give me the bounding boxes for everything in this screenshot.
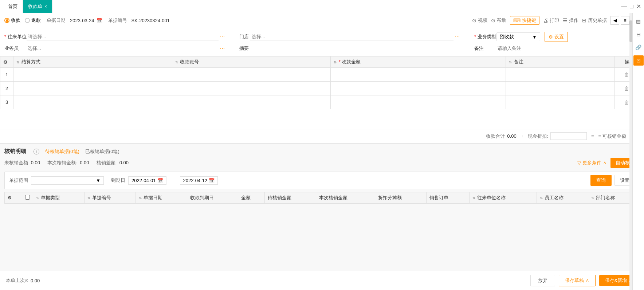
window-maximize-icon[interactable]: □ [630, 3, 633, 10]
tab-pending[interactable]: 待核销单据(0笔) [45, 148, 79, 155]
wt-header-date: ⇅ 单据日期 [136, 192, 187, 204]
col-settle-label: 结算方式 [21, 59, 40, 64]
sort-icon5: ⇅ [87, 196, 90, 200]
row2-delete-icon[interactable]: 🗑 [624, 86, 629, 91]
calendar-icon[interactable]: 📅 [97, 18, 102, 23]
filter-date1-input[interactable]: 2022-04-01 📅 [128, 176, 166, 185]
row3-remark[interactable] [506, 95, 615, 109]
scrollbar[interactable] [629, 13, 632, 290]
row1-amount[interactable] [331, 68, 506, 82]
sidebar-expand-icon[interactable]: ⊡ [633, 55, 644, 66]
biztype-select[interactable]: 预收款 ▼ [496, 32, 540, 41]
table-row: 3 🗑 ⊕ [0, 95, 644, 109]
partner-field: 往来单位 ··· [4, 33, 225, 40]
memo-field: 摘要 [239, 45, 460, 52]
btn-help[interactable]: ⊙ 帮助 [491, 17, 506, 24]
settings-label: 设置 [554, 34, 564, 40]
sidebar-table-icon[interactable]: ▤ [633, 16, 644, 26]
col-amount-label: 收款金额 [342, 59, 361, 64]
btn-shortcut[interactable]: ⌨ 快捷键 [510, 16, 539, 25]
row2-remark[interactable] [506, 82, 615, 95]
radio-shoukuan[interactable]: 收款 [4, 17, 20, 24]
calendar-icon3: 📅 [209, 178, 215, 183]
data-table-section: ⚙ ⇅ 结算方式 ⇅ 收款账号 ⇅ * 收款金额 [0, 56, 644, 129]
query-button[interactable]: 查询 [590, 175, 612, 186]
stat-diff-value: 0.00 [119, 160, 129, 165]
tab-receipt[interactable]: 收款单 × [23, 0, 52, 13]
btn-history[interactable]: ⊟ 历史单据 [582, 17, 607, 24]
biztype-value: 预收款 [500, 34, 514, 40]
row1-remark[interactable] [506, 68, 615, 82]
filter-date2-input[interactable]: 2022-04-12 📅 [180, 176, 218, 185]
tab-home[interactable]: 首页 [3, 0, 23, 13]
wt-header-checkbox[interactable] [22, 192, 33, 204]
store-input[interactable] [250, 33, 453, 40]
docno-label: 单据编号 [108, 17, 127, 24]
btn-video-label: 视频 [478, 17, 487, 24]
window-close-icon[interactable]: ✕ [636, 3, 641, 10]
staff-input[interactable] [26, 45, 219, 52]
wt-header-staff: ⇅ 员工名称 [537, 192, 588, 204]
sidebar-link-icon[interactable]: 🔗 [633, 42, 644, 52]
staff-more-icon[interactable]: ··· [220, 45, 225, 52]
more-filter-btn[interactable]: ▽ 更多条件 ∧ [577, 160, 607, 166]
total-summary: 收款合计 0.00 [486, 133, 516, 140]
row3-account[interactable] [172, 95, 331, 109]
btn-print[interactable]: 🖨 打印 [543, 17, 559, 24]
select-all-checkbox[interactable] [25, 195, 30, 200]
view-prev-icon[interactable]: ◀ [610, 16, 619, 25]
sidebar-list-icon[interactable]: ⊟ [633, 29, 644, 39]
table-header-settings[interactable]: ⚙ [0, 56, 13, 68]
filter-date1-value: 2022-04-01 [131, 178, 156, 183]
remark-input[interactable] [496, 45, 640, 52]
doc-no-field: 单据编号 SK-20230324-001 [108, 17, 170, 24]
row1-delete-icon[interactable]: 🗑 [624, 72, 629, 78]
row2-amount[interactable] [331, 82, 506, 95]
memo-input[interactable] [250, 45, 460, 52]
filter-range-select[interactable]: ▼ [31, 176, 104, 185]
wt-col-salesorder: 销售订单 [429, 195, 448, 200]
save-draft-button[interactable]: 保存草稿 ∧ [559, 275, 596, 286]
partner-more-icon[interactable]: ··· [220, 34, 225, 40]
row3-amount[interactable] [331, 95, 506, 109]
window-minimize-icon[interactable]: — [621, 3, 627, 10]
writeoff-section: 核销明细 i 待核销单据(0笔) 已核销单据(0笔) 未核销金额 0.00 本次… [0, 143, 644, 271]
row3-delete-icon[interactable]: 🗑 [624, 99, 629, 105]
row3-settle[interactable] [13, 95, 172, 109]
radio-tuikuan[interactable]: 退款 [25, 17, 41, 24]
btn-operation[interactable]: ☰ 操作 [563, 17, 578, 24]
wt-col-staff: 员工名称 [545, 195, 564, 200]
wt-header-settings[interactable]: ⚙ [5, 192, 22, 204]
tab-done[interactable]: 已核销单据(0笔) [85, 148, 119, 155]
radio-tuikuan-label: 退款 [31, 17, 41, 24]
col-remark-label: 备注 [514, 59, 523, 64]
discard-button[interactable]: 放弃 [530, 275, 555, 286]
writeoff-info-icon[interactable]: i [34, 149, 39, 154]
row2-account[interactable] [172, 82, 331, 95]
wt-col-docno: 单据编号 [92, 195, 111, 200]
discount-input[interactable] [550, 132, 587, 140]
tab-close-icon[interactable]: × [44, 4, 47, 9]
filter-date-field: 到期日 2022-04-01 📅 — 2022-04-12 📅 [111, 176, 218, 185]
bottom-left: 本单上次⊙ 0.00 [6, 277, 40, 284]
wt-header-partner: ⇅ 往来单位名称 [469, 192, 537, 204]
settings-button[interactable]: ⚙ 设置 [545, 32, 568, 42]
wt-col-dept: 部门名称 [596, 195, 615, 200]
view-list-icon[interactable]: ≡ [621, 16, 629, 25]
plus-sign: + [521, 133, 524, 139]
filter-buttons: 查询 设置 [590, 175, 635, 186]
wt-col-current: 本次核销金额 [319, 195, 347, 200]
row1-account[interactable] [172, 68, 331, 82]
stat-unwriteoff-label: 未核销金额 [4, 160, 28, 165]
save-draft-label: 保存草稿 ∧ [565, 277, 589, 284]
btn-video[interactable]: ⊙ 视频 [472, 17, 487, 24]
scrollbar-thumb[interactable] [629, 20, 632, 42]
table-row: 1 🗑 ⊕ [0, 68, 644, 82]
row1-settle[interactable] [13, 68, 172, 82]
partner-input[interactable] [27, 33, 219, 40]
total-value: 0.00 [507, 133, 516, 139]
staff-field: 业务员 ··· [4, 45, 225, 52]
store-more-icon[interactable]: ··· [455, 34, 460, 40]
row2-settle[interactable] [13, 82, 172, 95]
row1-index: 1 [0, 68, 13, 82]
